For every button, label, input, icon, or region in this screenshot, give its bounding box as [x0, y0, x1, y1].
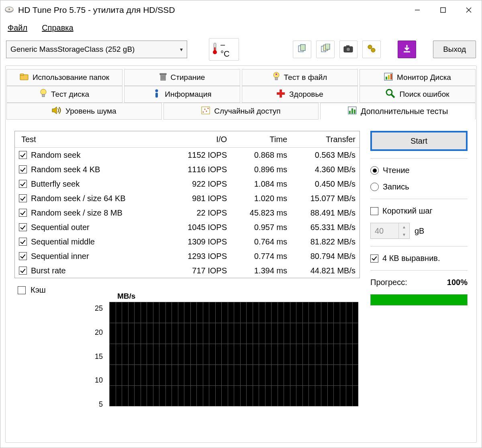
cache-checkbox[interactable] — [18, 286, 26, 294]
table-row[interactable]: Random seek / size 8 MB22 IOPS45.823 ms8… — [15, 206, 359, 220]
table-row[interactable]: Sequential middle1309 IOPS0.764 ms81.822… — [15, 234, 359, 249]
progress-value: 100% — [447, 278, 468, 287]
step-size-value: 40 — [371, 226, 398, 236]
svg-marker-43 — [52, 107, 57, 114]
speaker-icon — [52, 106, 61, 116]
cell-time: 0.896 ms — [231, 165, 291, 174]
mode-write-radio[interactable] — [370, 183, 379, 191]
exit-button[interactable]: Выход — [433, 41, 476, 58]
tab-label: Поиск ошибок — [399, 90, 449, 99]
trash-icon — [159, 72, 167, 83]
spinner-down-icon[interactable]: ▼ — [399, 231, 409, 238]
tab-дополнительные-тесты[interactable]: Дополнительные тесты — [320, 103, 476, 120]
svg-point-18 — [368, 45, 372, 49]
svg-rect-4 — [441, 8, 445, 12]
tab-информация[interactable]: Информация — [124, 86, 240, 103]
cell-io: 922 IOPS — [171, 179, 231, 189]
tab-уровень-шума[interactable]: Уровень шума — [6, 103, 162, 120]
test-checkbox[interactable] — [19, 223, 27, 231]
svg-point-35 — [41, 89, 46, 95]
svg-rect-32 — [386, 77, 387, 79]
test-name: Random seek / size 64 KB — [31, 194, 126, 203]
cell-time: 0.957 ms — [231, 223, 291, 232]
test-checkbox[interactable] — [19, 180, 27, 188]
close-button[interactable] — [456, 0, 482, 20]
svg-rect-33 — [388, 75, 390, 79]
app-window: HD Tune Pro 5.75 - утилита для HD/SSD Фа… — [0, 0, 482, 448]
svg-line-42 — [391, 94, 394, 98]
col-transfer[interactable]: Transfer — [291, 135, 359, 144]
test-checkbox[interactable] — [19, 194, 27, 202]
table-row[interactable]: Random seek / size 64 KB981 IOPS1.020 ms… — [15, 191, 359, 206]
tab-тест-диска[interactable]: Тест диска — [6, 86, 123, 103]
tab-монитор-диска[interactable]: Монитор Диска — [359, 69, 476, 86]
titlebar: HD Tune Pro 5.75 - утилита для HD/SSD — [0, 0, 482, 20]
table-row[interactable]: Burst rate717 IOPS1.394 ms44.821 MB/s — [15, 263, 359, 278]
table-row[interactable]: Random seek 4 KB1116 IOPS0.896 ms4.360 M… — [15, 162, 359, 177]
cell-time: 45.823 ms — [231, 208, 291, 218]
table-row[interactable]: Sequential outer1045 IOPS0.957 ms65.331 … — [15, 220, 359, 234]
tab-стирание[interactable]: Стирание — [124, 69, 240, 86]
svg-point-41 — [386, 90, 392, 95]
short-step-label: Короткий шаг — [382, 206, 433, 216]
maximize-button[interactable] — [430, 0, 456, 20]
left-panel: Test I/O Time Transfer Random seek1152 I… — [14, 131, 360, 413]
test-checkbox[interactable] — [19, 165, 27, 173]
tab-label: Монитор Диска — [397, 73, 451, 82]
refresh-button[interactable] — [362, 41, 381, 58]
mode-write-label: Запись — [383, 182, 409, 191]
test-name: Butterfly seek — [31, 179, 80, 189]
svg-rect-50 — [349, 111, 351, 114]
menu-file[interactable]: Файл — [8, 23, 27, 33]
step-size-spinner[interactable]: 40 ▲▼ — [370, 223, 410, 239]
align-4k-checkbox[interactable] — [370, 255, 378, 263]
table-row[interactable]: Random seek1152 IOPS0.868 ms0.563 MB/s — [15, 148, 359, 162]
bulb-yellow-icon — [40, 89, 47, 100]
device-select[interactable]: Generic MassStorageClass (252 gB) ▾ — [6, 41, 187, 58]
tab-тест-в-файл[interactable]: Тест в файл — [242, 69, 358, 86]
table-row[interactable]: Butterfly seek922 IOPS1.084 ms0.450 MB/s — [15, 177, 359, 191]
tab-label: Дополнительные тесты — [361, 107, 448, 116]
screenshot-button[interactable] — [339, 41, 358, 58]
copy-page-button[interactable] — [293, 41, 311, 58]
start-button[interactable]: Start — [370, 131, 468, 151]
download-icon — [402, 44, 411, 55]
col-io[interactable]: I/O — [171, 135, 231, 144]
test-checkbox[interactable] — [19, 238, 27, 246]
test-checkbox[interactable] — [19, 209, 27, 217]
copy-all-button[interactable] — [316, 41, 335, 58]
svg-rect-9 — [214, 47, 215, 52]
minimize-button[interactable] — [404, 0, 430, 20]
test-name: Sequential inner — [31, 252, 89, 261]
tab-content: Test I/O Time Transfer Random seek1152 I… — [6, 120, 476, 417]
tab-здоровье[interactable]: Здоровье — [242, 86, 358, 103]
svg-rect-14 — [325, 44, 330, 49]
menu-help[interactable]: Справка — [42, 23, 73, 33]
short-step-checkbox[interactable] — [370, 207, 378, 215]
menubar: Файл Справка — [0, 20, 482, 36]
test-name: Sequential middle — [31, 237, 95, 246]
col-time[interactable]: Time — [231, 135, 291, 144]
progress-bar — [370, 294, 468, 305]
cell-io: 1152 IOPS — [171, 151, 231, 160]
col-test[interactable]: Test — [15, 135, 171, 144]
copy-all-icon — [321, 44, 330, 55]
test-checkbox[interactable] — [19, 267, 27, 275]
chart-y-ticks: 252015105 — [95, 302, 105, 413]
test-checkbox[interactable] — [19, 252, 27, 260]
test-checkbox[interactable] — [19, 151, 27, 159]
tab-label: Тест диска — [51, 90, 89, 99]
cell-transfer: 65.331 MB/s — [291, 223, 359, 232]
save-results-button[interactable] — [398, 41, 416, 58]
cell-transfer: 81.822 MB/s — [291, 237, 359, 246]
tab-использование-папок[interactable]: Использование папок — [6, 69, 123, 86]
cell-transfer: 0.563 MB/s — [291, 151, 359, 160]
tab-поиск-ошибок[interactable]: Поиск ошибок — [359, 86, 476, 103]
spinner-up-icon[interactable]: ▲ — [399, 223, 409, 231]
table-row[interactable]: Sequential inner1293 IOPS0.774 ms80.794 … — [15, 249, 359, 263]
svg-point-2 — [8, 8, 10, 10]
copy-page-icon — [297, 44, 307, 55]
align-4k-label: 4 КВ выравнив. — [382, 254, 440, 263]
mode-read-radio[interactable] — [370, 166, 379, 175]
tab-случайный-доступ[interactable]: Случайный доступ — [163, 103, 319, 120]
